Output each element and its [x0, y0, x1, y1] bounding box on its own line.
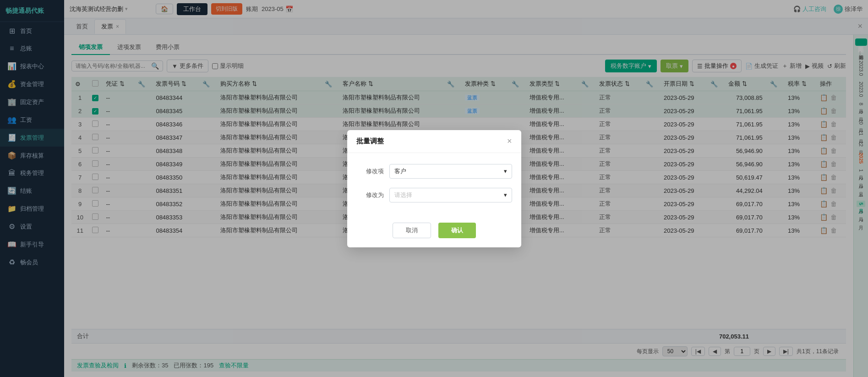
modal-header: 批量调整 ×: [347, 130, 521, 153]
modify-to-select[interactable]: 请选择 ▾: [389, 188, 512, 202]
dropdown-chevron-icon: ▾: [504, 168, 507, 175]
dropdown-chevron-icon2: ▾: [504, 191, 507, 198]
modify-to-placeholder: 请选择: [394, 191, 412, 199]
modify-item-label: 修改项: [356, 167, 384, 175]
modify-item-value: 客户: [394, 167, 406, 175]
modify-item-row: 修改项 客户 ▾: [356, 164, 512, 179]
modify-to-row: 修改为 请选择 ▾: [356, 188, 512, 202]
modal-close-button[interactable]: ×: [507, 137, 512, 146]
modal-body: 修改项 客户 ▾ 修改为 请选择 ▾: [347, 153, 521, 223]
confirm-button[interactable]: 确认: [438, 223, 476, 238]
modal-footer: 取消 确认: [347, 223, 521, 247]
modify-item-select[interactable]: 客户 ▾: [389, 164, 512, 179]
batch-adjust-modal: 批量调整 × 修改项 客户 ▾ 修改为 请选择 ▾ 取消 确认: [347, 130, 521, 247]
modify-to-label: 修改为: [356, 191, 384, 199]
modal-title: 批量调整: [356, 137, 384, 146]
cancel-button[interactable]: 取消: [393, 223, 431, 238]
modal-overlay: 批量调整 × 修改项 客户 ▾ 修改为 请选择 ▾ 取消 确认: [0, 0, 868, 377]
